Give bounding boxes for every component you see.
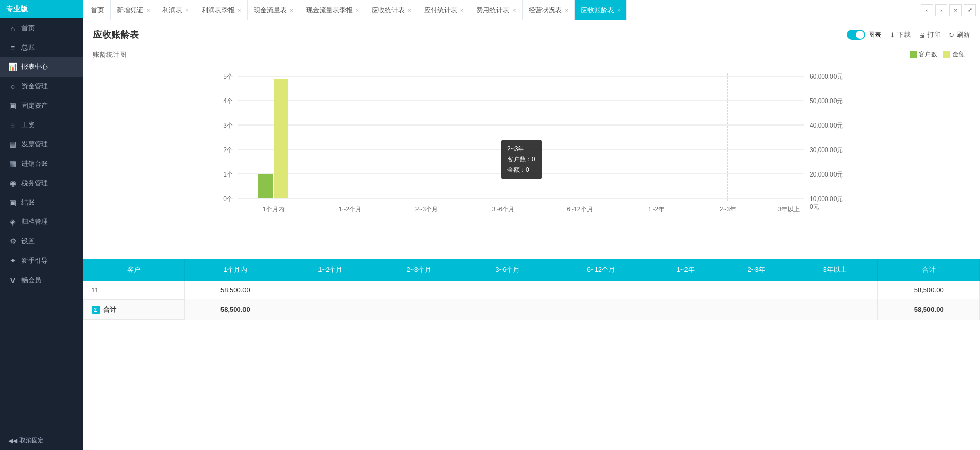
sidebar-item-invoice[interactable]: ▤ 发票管理	[0, 135, 83, 154]
sidebar-item-funds[interactable]: ○ 资金管理	[0, 77, 83, 96]
chart-wrapper: 5个 4个 3个 2个 1个 0个 60,000.00元 50,000.00元	[93, 63, 970, 248]
sidebar-item-label: 设置	[21, 237, 35, 246]
tab-profit[interactable]: 利润表 ×	[156, 0, 195, 20]
tab-business-stat[interactable]: 经营状况表 ×	[523, 0, 575, 20]
refresh-label: 刷新	[957, 30, 970, 39]
sidebar-item-tax[interactable]: ◉ 税务管理	[0, 173, 83, 193]
chart-legend: 客户数 金额	[910, 50, 965, 59]
table-total-row: Σ 合计 58,500.00 58,500.00	[83, 299, 980, 320]
tab-label: 利润表	[162, 6, 182, 15]
tab-receivable-aging[interactable]: 应收账龄表 ×	[575, 0, 627, 20]
tab-close-receivable-aging[interactable]: ×	[617, 7, 620, 13]
tab-label: 首页	[91, 6, 104, 15]
total-m3	[375, 299, 463, 320]
total-text: 合计	[103, 305, 116, 314]
tab-close-business-stat[interactable]: ×	[565, 7, 568, 13]
total-y3	[792, 299, 878, 320]
print-button[interactable]: 🖨 打印	[919, 30, 941, 39]
tab-close-profit-quarter[interactable]: ×	[238, 7, 241, 13]
svg-text:1个: 1个	[223, 171, 233, 178]
salary-icon: ≡	[8, 121, 17, 130]
svg-text:40,000.00元: 40,000.00元	[810, 122, 843, 129]
tab-close-profit[interactable]: ×	[185, 7, 188, 13]
sidebar-item-label: 新手引导	[21, 256, 48, 265]
tab-voucher[interactable]: 新增凭证 ×	[111, 0, 156, 20]
total-icon: Σ	[92, 306, 100, 314]
tab-bar: 首页 新增凭证 × 利润表 × 利润表季报 × 现金流量表 × 现金流量表季报 …	[83, 0, 980, 20]
sidebar-item-archive[interactable]: ◈ 归档管理	[0, 212, 83, 232]
tab-close-payable-stat[interactable]: ×	[460, 7, 463, 13]
page-header: 应收账龄表 图表 ⬇ 下载 🖨 打印 ↻ 刷新	[83, 20, 980, 45]
svg-text:20,000.00元: 20,000.00元	[810, 171, 843, 178]
tab-close-receivable-stat[interactable]: ×	[408, 7, 411, 13]
total-total: 58,500.00	[878, 299, 980, 320]
closing-icon: ▣	[8, 198, 17, 207]
total-m1: 58,500.00	[184, 299, 286, 320]
sidebar-item-guide[interactable]: ✦ 新手引导	[0, 251, 83, 270]
total-y2	[721, 299, 792, 320]
tab-close-all-button[interactable]: ×	[949, 4, 962, 16]
sidebar-item-label: 工资	[21, 120, 35, 130]
reports-icon: 📊	[8, 62, 17, 71]
tab-cashflow[interactable]: 现金流量表 ×	[248, 0, 300, 20]
cell-m12	[552, 281, 650, 299]
svg-text:5个: 5个	[223, 73, 233, 80]
tab-payable-stat[interactable]: 应付统计表 ×	[418, 0, 470, 20]
archive-icon: ◈	[8, 217, 17, 227]
svg-text:1~2年: 1~2年	[648, 206, 665, 213]
gear-icon: ⚙	[8, 237, 17, 246]
sidebar-item-inventory[interactable]: ▦ 进销台账	[0, 154, 83, 173]
svg-text:1~2个月: 1~2个月	[339, 206, 361, 213]
legend-customers-label: 客户数	[919, 50, 937, 59]
svg-text:1个月内: 1个月内	[263, 206, 285, 213]
header-actions: 图表 ⬇ 下载 🖨 打印 ↻ 刷新	[847, 30, 970, 40]
legend-customers-color	[910, 51, 917, 58]
col-header-m2: 1~2个月	[286, 259, 375, 281]
print-label: 打印	[927, 30, 941, 39]
tab-close-cashflow[interactable]: ×	[290, 7, 293, 13]
vip-icon: V	[8, 276, 17, 285]
total-m12	[552, 299, 650, 320]
sidebar-item-reports[interactable]: 📊 报表中心	[0, 57, 83, 77]
download-button[interactable]: ⬇ 下载	[890, 30, 911, 39]
tab-close-expense-stat[interactable]: ×	[512, 7, 516, 13]
tab-profit-quarter[interactable]: 利润表季报 ×	[195, 0, 248, 20]
sidebar-item-vip[interactable]: V 畅会员	[0, 270, 83, 290]
col-header-m3: 2~3个月	[375, 259, 463, 281]
tab-label: 新增凭证	[117, 6, 143, 15]
sidebar-item-salary[interactable]: ≡ 工资	[0, 115, 83, 135]
sidebar-item-closing[interactable]: ▣ 结账	[0, 193, 83, 212]
tab-close-voucher[interactable]: ×	[146, 7, 150, 13]
svg-text:3~6个月: 3~6个月	[492, 206, 514, 213]
tab-home[interactable]: 首页	[85, 0, 111, 20]
legend-amount-color	[943, 51, 950, 58]
table-header-row: 客户 1个月内 1~2个月 2~3个月 3~6个月 6~12个月 1~2年 2~…	[83, 259, 980, 281]
sidebar-item-label: 首页	[21, 23, 35, 33]
tab-expand-button[interactable]: ⤢	[964, 4, 976, 16]
sidebar-item-assets[interactable]: ▣ 固定资产	[0, 96, 83, 115]
tab-label: 应收账龄表	[581, 6, 614, 15]
chart-toggle[interactable]	[847, 30, 865, 40]
total-m2	[286, 299, 375, 320]
sidebar-item-label: 发票管理	[21, 140, 48, 149]
refresh-button[interactable]: ↻ 刷新	[949, 30, 970, 39]
download-label: 下载	[897, 30, 911, 39]
tab-cashflow-quarter[interactable]: 现金流量表季报 ×	[300, 0, 365, 20]
print-icon: 🖨	[919, 31, 925, 39]
col-header-y2: 2~3年	[721, 259, 792, 281]
funds-icon: ○	[8, 82, 17, 91]
sidebar-item-label: 结账	[21, 198, 35, 207]
tab-expense-stat[interactable]: 费用统计表 ×	[470, 0, 522, 20]
sidebar-pin-toggle[interactable]: ◀◀ 取消固定	[0, 431, 83, 450]
total-label: Σ 合计	[83, 299, 184, 320]
sidebar-item-label: 资金管理	[21, 82, 48, 91]
tab-close-cashflow-quarter[interactable]: ×	[356, 7, 359, 13]
tab-prev-button[interactable]: ‹	[921, 4, 933, 16]
sidebar-item-settings[interactable]: ⚙ 设置	[0, 232, 83, 251]
cell-m1: 58,500.00	[184, 281, 286, 299]
sidebar-item-ledger[interactable]: ≡ 总账	[0, 38, 83, 57]
tab-receivable-stat[interactable]: 应收统计表 ×	[365, 0, 418, 20]
tab-next-button[interactable]: ›	[935, 4, 947, 16]
sidebar-item-home[interactable]: ⌂ 首页	[0, 18, 83, 38]
svg-text:2个: 2个	[223, 146, 233, 154]
